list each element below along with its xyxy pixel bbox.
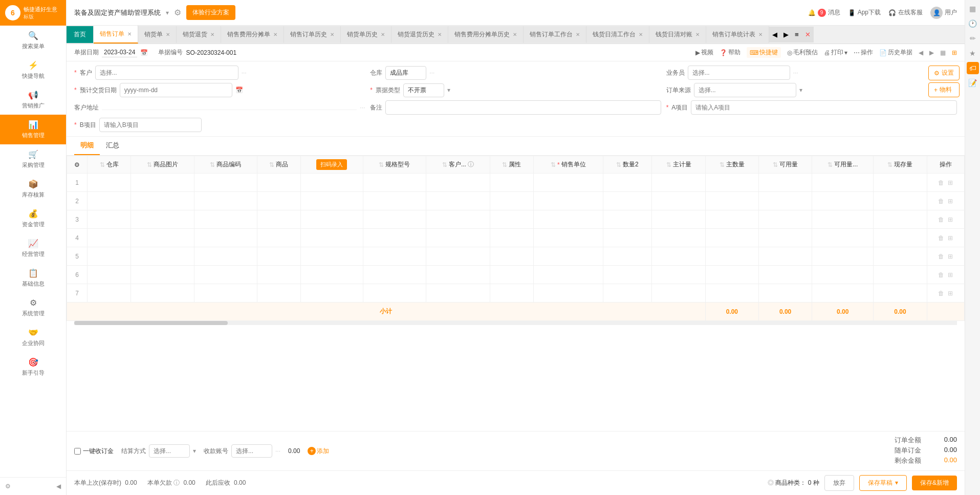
- tab-order-workbench[interactable]: 销售订单工作台 ✕: [524, 26, 586, 43]
- tabs-prev[interactable]: ◀: [769, 27, 780, 42]
- tab-close-daily-workbench[interactable]: ✕: [639, 32, 643, 37]
- address-value[interactable]: [102, 105, 357, 110]
- right-icon-pen[interactable]: ✏: [967, 32, 979, 45]
- right-icon-star[interactable]: ★: [967, 47, 979, 59]
- settings-gear-icon[interactable]: ⚙: [174, 8, 181, 17]
- sidebar-item-collab[interactable]: 🤝 企业协同: [0, 322, 66, 352]
- deposit-checkbox[interactable]: [74, 448, 81, 455]
- account-more[interactable]: ···: [275, 447, 280, 455]
- tab-order-history[interactable]: 销售订单历史 ✕: [284, 26, 341, 43]
- h-scrollbar[interactable]: [74, 321, 957, 325]
- next-record[interactable]: ▶: [929, 49, 934, 56]
- message-bell[interactable]: 🔔 9 消息: [808, 8, 840, 17]
- copy-icon-1[interactable]: ⊞: [948, 179, 953, 186]
- row-1-attribute[interactable]: [490, 174, 533, 192]
- app-download[interactable]: 📱 App下载: [848, 8, 881, 17]
- salesperson-input[interactable]: [688, 66, 790, 80]
- account-input[interactable]: [231, 444, 272, 458]
- help-btn[interactable]: ❓ 帮助: [720, 48, 741, 57]
- row-2-stock[interactable]: [874, 192, 927, 210]
- row-1-available[interactable]: [758, 174, 812, 192]
- history-btn[interactable]: 📄 历史单据: [879, 48, 912, 57]
- row-2-image[interactable]: [131, 192, 194, 210]
- deposit-checkbox-label[interactable]: 一键收订金: [74, 447, 114, 456]
- warehouse-more[interactable]: ···: [429, 69, 434, 76]
- warehouse-value[interactable]: 成品库: [385, 66, 426, 80]
- row-3-warehouse[interactable]: [88, 210, 131, 229]
- row-2-main-qty[interactable]: [705, 192, 758, 210]
- tab-close-stats[interactable]: ✕: [758, 32, 763, 37]
- dropdown-icon[interactable]: ▾: [166, 9, 169, 16]
- row-1-main-unit[interactable]: [652, 174, 705, 192]
- customer-more[interactable]: ···: [242, 69, 247, 76]
- salesperson-more[interactable]: ···: [793, 69, 798, 76]
- sidebar-item-search[interactable]: 🔍 搜索菜单: [0, 26, 66, 55]
- row-2-unit[interactable]: [534, 192, 603, 210]
- online-service[interactable]: 🎧 在线客服: [888, 8, 923, 17]
- save-draft-btn[interactable]: 保存草稿 ▾: [859, 475, 907, 491]
- row-1-product[interactable]: [257, 174, 300, 192]
- delete-icon-2[interactable]: 🗑: [938, 198, 944, 205]
- row-1-unit[interactable]: [534, 174, 603, 192]
- tab-stats[interactable]: 销售订单统计表 ✕: [706, 26, 769, 43]
- row-1-warehouse[interactable]: [88, 174, 131, 192]
- discard-btn[interactable]: 放弃: [824, 475, 854, 491]
- tab-close-order-workbench[interactable]: ✕: [576, 32, 580, 37]
- user-avatar[interactable]: 👤 用户: [930, 7, 957, 19]
- order-source-input[interactable]: [694, 83, 796, 97]
- tab-sales-order[interactable]: 销售订单 ✕: [94, 26, 138, 44]
- h-scrollbar-thumb[interactable]: [74, 321, 228, 325]
- row-2-scan[interactable]: [301, 192, 363, 210]
- tab-close-expense[interactable]: ✕: [273, 32, 277, 37]
- tab-daily-reconcile[interactable]: 钱货日清对账 ✕: [649, 26, 706, 43]
- invoice-value[interactable]: 不开票: [403, 83, 444, 97]
- address-more[interactable]: ···: [360, 104, 365, 111]
- delete-icon-6[interactable]: 🗑: [938, 271, 944, 278]
- row-2-spec[interactable]: [363, 192, 426, 210]
- copy-icon-4[interactable]: ⊞: [948, 234, 953, 242]
- scan-btn[interactable]: 扫码录入: [316, 159, 347, 170]
- row-2-available2[interactable]: [812, 192, 874, 210]
- delete-icon-3[interactable]: 🗑: [938, 216, 944, 223]
- tab-close-invoice-history[interactable]: ✕: [381, 32, 385, 37]
- delete-icon-1[interactable]: 🗑: [938, 179, 944, 186]
- tab-return-history[interactable]: 销货退货历史 ✕: [391, 26, 448, 43]
- shortcuts-btn[interactable]: ⌨ 快捷键: [747, 47, 781, 58]
- delivery-calendar-icon[interactable]: 📅: [235, 87, 243, 94]
- copy-icon-6[interactable]: ⊞: [948, 271, 953, 278]
- sidebar-item-guide[interactable]: 🎯 新手引导: [0, 352, 66, 382]
- print-btn[interactable]: 🖨 打印 ▾: [824, 48, 847, 57]
- date-value[interactable]: 2023-03-24: [102, 48, 137, 57]
- row-1-code[interactable]: [194, 174, 257, 192]
- settlement-input[interactable]: [149, 444, 190, 458]
- collapse-icon[interactable]: ◀: [56, 483, 61, 490]
- row-2-attribute[interactable]: [490, 192, 533, 210]
- tab-expense-history[interactable]: 销售费用分摊单历史 ✕: [448, 26, 524, 43]
- tab-close-sales-order[interactable]: ✕: [127, 31, 132, 37]
- row-1-stock[interactable]: [874, 174, 927, 192]
- note-input[interactable]: [385, 100, 661, 115]
- sidebar-item-basic[interactable]: 📋 基础信息: [0, 263, 66, 293]
- right-icon-tag[interactable]: 🏷: [967, 62, 979, 74]
- profit-btn[interactable]: ◎ 毛利预估: [787, 48, 818, 57]
- row-2-available[interactable]: [758, 192, 812, 210]
- copy-icon-7[interactable]: ⊞: [948, 290, 953, 297]
- tabs-menu[interactable]: ≡: [792, 27, 802, 42]
- tabs-close-all[interactable]: ✕: [802, 27, 814, 42]
- table-settings-icon[interactable]: ⚙: [74, 161, 80, 168]
- tab-close-invoice[interactable]: ✕: [166, 32, 170, 37]
- sidebar-item-finance[interactable]: 💰 资金管理: [0, 204, 66, 233]
- row-1-qty2[interactable]: [603, 174, 652, 192]
- copy-icon-2[interactable]: ⊞: [948, 198, 953, 205]
- row-1-scan[interactable]: [301, 174, 363, 192]
- save-new-btn[interactable]: 保存&新增: [912, 476, 957, 490]
- tab-invoice-history[interactable]: 销货单历史 ✕: [341, 26, 391, 43]
- b-project-input[interactable]: [99, 118, 202, 132]
- sidebar-item-system[interactable]: ⚙ 系统管理: [0, 293, 66, 322]
- tab-close-order-history[interactable]: ✕: [330, 32, 334, 37]
- sidebar-item-quick[interactable]: ⚡ 快捷导航: [0, 55, 66, 85]
- row-2-qty2[interactable]: [603, 192, 652, 210]
- right-icon-clock[interactable]: 🕐: [967, 17, 979, 30]
- sidebar-item-management[interactable]: 📈 经营管理: [0, 233, 66, 263]
- calendar-icon[interactable]: 📅: [140, 49, 148, 56]
